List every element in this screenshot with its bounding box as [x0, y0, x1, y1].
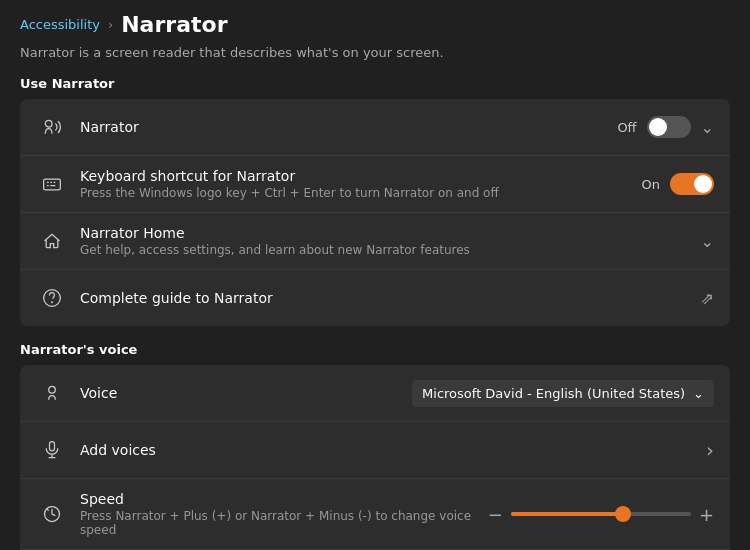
keyboard-toggle-label: On — [642, 177, 660, 192]
narrator-title: Narrator — [80, 119, 617, 135]
speed-subtitle: Press Narrator + Plus (+) or Narrator + … — [80, 509, 488, 537]
complete-guide-row[interactable]: Complete guide to Narrator ⇗ — [20, 270, 730, 326]
speed-slider[interactable] — [511, 512, 691, 516]
narrator-home-content: Narrator Home Get help, access settings,… — [80, 225, 701, 257]
question-icon — [36, 282, 68, 314]
narrator-toggle[interactable] — [647, 116, 691, 138]
narrator-row[interactable]: Narrator Off ⌄ — [20, 99, 730, 156]
add-voices-title: Add voices — [80, 442, 706, 458]
home-icon — [36, 225, 68, 257]
breadcrumb-separator: › — [108, 17, 113, 32]
narrator-icon — [36, 111, 68, 143]
voice-dropdown-value: Microsoft David - English (United States… — [422, 386, 685, 401]
speed-content: Speed Press Narrator + Plus (+) or Narra… — [80, 491, 488, 537]
keyboard-toggle[interactable] — [670, 173, 714, 195]
speed-control: − + — [488, 504, 714, 525]
narrator-control: Off ⌄ — [617, 116, 714, 138]
use-narrator-label: Use Narrator — [20, 76, 730, 91]
voice-icon — [36, 377, 68, 409]
svg-point-4 — [49, 386, 56, 393]
narrator-home-row[interactable]: Narrator Home Get help, access settings,… — [20, 213, 730, 270]
narrator-home-chevron[interactable]: ⌄ — [701, 232, 714, 251]
speed-icon — [36, 498, 68, 530]
speed-plus[interactable]: + — [699, 504, 714, 525]
voice-title: Voice — [80, 385, 412, 401]
keyboard-shortcut-content: Keyboard shortcut for Narrator Press the… — [80, 168, 642, 200]
keyboard-shortcut-subtitle: Press the Windows logo key + Ctrl + Ente… — [80, 186, 642, 200]
svg-rect-5 — [50, 442, 55, 451]
add-voices-row[interactable]: Add voices › — [20, 422, 730, 479]
narrator-voice-group: Voice Microsoft David - English (United … — [20, 365, 730, 550]
svg-point-3 — [52, 302, 53, 303]
speed-row[interactable]: Speed Press Narrator + Plus (+) or Narra… — [20, 479, 730, 550]
complete-guide-content: Complete guide to Narrator — [80, 290, 701, 306]
voice-control: Microsoft David - English (United States… — [412, 380, 714, 407]
breadcrumb: Accessibility › Narrator — [20, 12, 730, 37]
keyboard-shortcut-row[interactable]: Keyboard shortcut for Narrator Press the… — [20, 156, 730, 213]
page-description: Narrator is a screen reader that describ… — [20, 45, 730, 60]
add-voices-chevron[interactable]: › — [706, 438, 714, 462]
voice-dropdown[interactable]: Microsoft David - English (United States… — [412, 380, 714, 407]
narrator-toggle-label: Off — [617, 120, 636, 135]
complete-guide-title: Complete guide to Narrator — [80, 290, 701, 306]
keyboard-shortcut-title: Keyboard shortcut for Narrator — [80, 168, 642, 184]
narrator-content: Narrator — [80, 119, 617, 135]
mic-icon — [36, 434, 68, 466]
use-narrator-group: Narrator Off ⌄ Keyboard shortcut for Nar… — [20, 99, 730, 326]
speed-title: Speed — [80, 491, 488, 507]
voice-content: Voice — [80, 385, 412, 401]
keyboard-icon — [36, 168, 68, 200]
add-voices-control: › — [706, 438, 714, 462]
voice-row[interactable]: Voice Microsoft David - English (United … — [20, 365, 730, 422]
page-title: Narrator — [121, 12, 227, 37]
breadcrumb-parent[interactable]: Accessibility — [20, 17, 100, 32]
add-voices-content: Add voices — [80, 442, 706, 458]
speed-minus[interactable]: − — [488, 504, 503, 525]
keyboard-shortcut-control: On — [642, 173, 714, 195]
narrator-home-control: ⌄ — [701, 232, 714, 251]
voice-dropdown-chevron: ⌄ — [693, 386, 704, 401]
external-link-icon[interactable]: ⇗ — [701, 289, 714, 308]
complete-guide-control: ⇗ — [701, 289, 714, 308]
narrator-home-subtitle: Get help, access settings, and learn abo… — [80, 243, 701, 257]
narrator-home-title: Narrator Home — [80, 225, 701, 241]
narrator-voice-label: Narrator's voice — [20, 342, 730, 357]
settings-page: Accessibility › Narrator Narrator is a s… — [0, 0, 750, 550]
svg-line-9 — [47, 509, 49, 511]
svg-point-0 — [45, 120, 52, 127]
narrator-chevron[interactable]: ⌄ — [701, 118, 714, 137]
svg-rect-1 — [44, 179, 61, 190]
